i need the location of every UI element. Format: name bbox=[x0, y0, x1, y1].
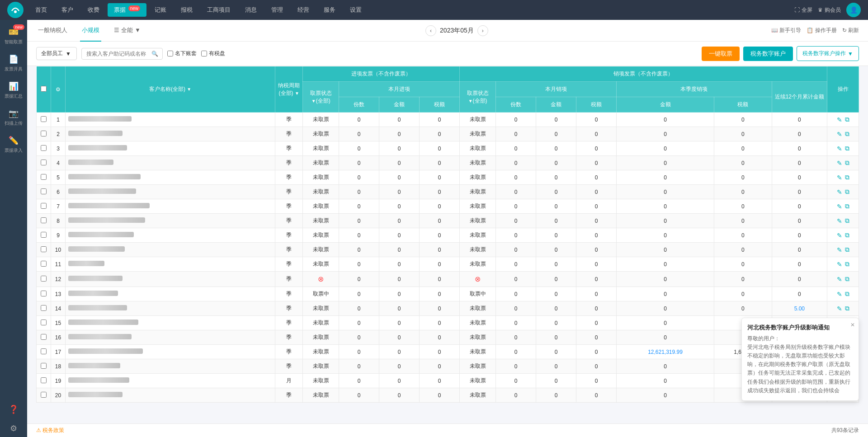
period-prev-button[interactable]: ‹ bbox=[425, 25, 436, 36]
copy-icon[interactable]: ⧉ bbox=[845, 260, 849, 268]
nav-right: ⛶ 全屏 ♛ 购会员 👤 bbox=[794, 3, 861, 17]
nav-item-operation[interactable]: 经营 bbox=[291, 3, 316, 17]
sidebar-item-help[interactable]: ❓ bbox=[1, 401, 26, 418]
edit-icon[interactable]: ✎ bbox=[837, 188, 842, 196]
nav-item-settings[interactable]: 设置 bbox=[344, 3, 368, 17]
copy-icon[interactable]: ⧉ bbox=[845, 305, 849, 312]
tax-period-cell: 季 bbox=[275, 301, 303, 316]
tab-general-taxpayer[interactable]: 一般纳税人 bbox=[36, 20, 69, 42]
copy-icon[interactable]: ⧉ bbox=[845, 174, 849, 181]
in-tax-cell: 0 bbox=[420, 156, 460, 170]
row-checkbox[interactable] bbox=[41, 320, 47, 325]
new-guide-button[interactable]: 📖 新手引导 bbox=[771, 27, 801, 34]
copy-icon[interactable]: ⧉ bbox=[845, 275, 849, 283]
row-checkbox[interactable] bbox=[41, 232, 47, 238]
copy-icon[interactable]: ⧉ bbox=[845, 130, 849, 138]
edit-icon[interactable]: ✎ bbox=[837, 305, 842, 312]
edit-icon[interactable]: ✎ bbox=[837, 232, 842, 239]
copy-icon[interactable]: ⧉ bbox=[845, 231, 849, 239]
config-icon[interactable]: ⚙ bbox=[56, 86, 61, 93]
row-checkbox[interactable] bbox=[41, 145, 47, 151]
row-checkbox[interactable] bbox=[41, 261, 47, 267]
fullscreen-button[interactable]: ⛶ 全屏 bbox=[794, 6, 812, 14]
nav-item-message[interactable]: 消息 bbox=[239, 3, 263, 17]
tax-digital-account-button[interactable]: 税务数字账户 bbox=[743, 47, 793, 61]
qtr-amount-cell: 0 bbox=[617, 388, 714, 403]
row-checkbox[interactable] bbox=[41, 217, 47, 223]
nav-item-fee[interactable]: 收费 bbox=[81, 3, 106, 17]
copy-icon[interactable]: ⧉ bbox=[845, 290, 849, 298]
year-amount-cell: 0 bbox=[772, 141, 827, 156]
nav-item-service[interactable]: 服务 bbox=[317, 3, 342, 17]
edit-icon[interactable]: ✎ bbox=[837, 145, 842, 152]
sidebar-item-settings[interactable]: ⚙ bbox=[1, 420, 26, 437]
edit-icon[interactable]: ✎ bbox=[837, 174, 842, 181]
nav-item-tax[interactable]: 报税 bbox=[175, 3, 199, 17]
sidebar-item-smart-ticket[interactable]: 🎫 智能取票 new bbox=[1, 23, 26, 49]
nav-item-admin[interactable]: 管理 bbox=[265, 3, 289, 17]
tab-all[interactable]: ☰ 全能 ▼ bbox=[112, 20, 142, 42]
edit-icon[interactable]: ✎ bbox=[837, 116, 842, 123]
qtr-amount-link[interactable]: 12,621,319.99 bbox=[648, 349, 683, 355]
employee-filter[interactable]: 全部员工 ▼ bbox=[36, 47, 77, 60]
select-all-checkbox[interactable] bbox=[41, 86, 47, 92]
copy-icon[interactable]: ⧉ bbox=[845, 217, 849, 225]
sidebar-item-invoice-open[interactable]: 📄 发票开具 bbox=[1, 51, 26, 76]
notification-close-button[interactable]: ✕ bbox=[850, 322, 855, 328]
row-checkbox[interactable] bbox=[41, 276, 47, 282]
row-checkbox[interactable] bbox=[41, 246, 47, 252]
tax-disk-checkbox[interactable]: 有税盘 bbox=[201, 50, 225, 57]
nav-item-invoice[interactable]: 票据 new bbox=[108, 3, 146, 17]
row-checkbox[interactable] bbox=[41, 363, 47, 369]
edit-icon[interactable]: ✎ bbox=[837, 217, 842, 225]
vip-button[interactable]: ♛ 购会员 bbox=[818, 6, 841, 14]
client-name-blurred bbox=[68, 320, 138, 325]
search-input[interactable] bbox=[86, 51, 150, 57]
edit-icon[interactable]: ✎ bbox=[837, 160, 842, 167]
edit-icon[interactable]: ✎ bbox=[837, 261, 842, 268]
avatar[interactable]: 👤 bbox=[846, 3, 861, 17]
copy-icon[interactable]: ⧉ bbox=[845, 246, 849, 254]
sub-account-checkbox[interactable]: 名下账套 bbox=[167, 50, 197, 57]
copy-icon[interactable]: ⧉ bbox=[845, 116, 849, 123]
nav-item-accounting[interactable]: 记账 bbox=[148, 3, 173, 17]
row-checkbox[interactable] bbox=[41, 116, 47, 122]
edit-icon[interactable]: ✎ bbox=[837, 131, 842, 138]
sidebar-item-invoice-summary[interactable]: 📊 票据汇总 bbox=[1, 78, 26, 103]
manual-button[interactable]: 📋 操作手册 bbox=[807, 27, 836, 34]
qtr-amount-cell: 0 bbox=[617, 228, 714, 243]
refresh-button[interactable]: ↻ 刷新 bbox=[842, 27, 859, 34]
sidebar-item-ticket-entry[interactable]: ✏️ 票据录入 bbox=[1, 132, 26, 157]
nav-item-home[interactable]: 首页 bbox=[29, 3, 53, 17]
row-checkbox[interactable] bbox=[41, 174, 47, 180]
row-checkbox[interactable] bbox=[41, 334, 47, 340]
tab-small-scale[interactable]: 小规模 bbox=[80, 20, 101, 42]
tax-policy-link[interactable]: ⚠ 税务政策 bbox=[36, 427, 64, 434]
row-checkbox[interactable] bbox=[41, 305, 47, 311]
client-name-blurred bbox=[68, 116, 132, 122]
copy-icon[interactable]: ⧉ bbox=[845, 159, 849, 167]
row-checkbox[interactable] bbox=[41, 392, 47, 398]
search-icon[interactable]: 🔍 bbox=[151, 51, 158, 57]
tax-digital-ops-button[interactable]: 税务数字账户操作 ▼ bbox=[797, 46, 859, 61]
row-checkbox[interactable] bbox=[41, 348, 47, 354]
edit-icon[interactable]: ✎ bbox=[837, 246, 842, 254]
row-checkbox[interactable] bbox=[41, 160, 47, 165]
row-checkbox[interactable] bbox=[41, 291, 47, 296]
nav-item-customer[interactable]: 客户 bbox=[55, 3, 80, 17]
row-checkbox[interactable] bbox=[41, 203, 47, 209]
period-next-button[interactable]: › bbox=[477, 25, 488, 36]
nav-item-business[interactable]: 工商项目 bbox=[201, 3, 237, 17]
row-checkbox[interactable] bbox=[41, 377, 47, 383]
one-click-ticket-button[interactable]: 一键取票 bbox=[702, 47, 740, 61]
sidebar-item-scan[interactable]: 📷 扫描上传 bbox=[1, 105, 26, 130]
edit-icon[interactable]: ✎ bbox=[837, 276, 842, 283]
row-checkbox[interactable] bbox=[41, 131, 47, 136]
edit-icon[interactable]: ✎ bbox=[837, 291, 842, 298]
copy-icon[interactable]: ⧉ bbox=[845, 188, 849, 196]
copy-icon[interactable]: ⧉ bbox=[845, 202, 849, 210]
row-checkbox[interactable] bbox=[41, 188, 47, 194]
edit-icon[interactable]: ✎ bbox=[837, 203, 842, 210]
copy-icon[interactable]: ⧉ bbox=[845, 145, 849, 152]
action-cell: ✎ ⧉ bbox=[827, 141, 859, 156]
